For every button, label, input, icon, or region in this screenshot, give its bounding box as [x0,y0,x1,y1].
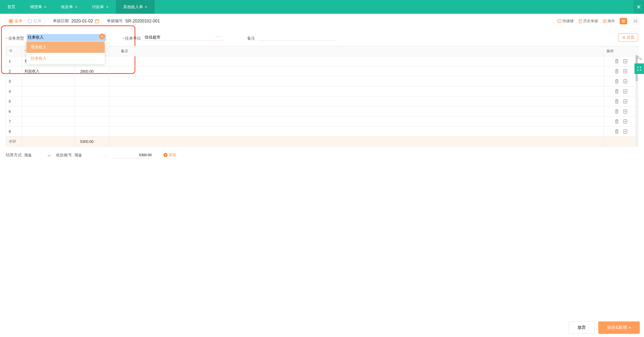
tab-other-income[interactable]: 其他收入单× [116,0,155,14]
cell-type[interactable] [22,76,75,86]
cell-type[interactable] [22,116,75,127]
cell-type[interactable]: 利息收入 [22,66,75,76]
history-icon [578,19,582,23]
cell-remark[interactable] [109,86,604,96]
add-row-icon[interactable] [623,109,628,114]
svg-rect-14 [605,20,606,21]
close-icon[interactable]: × [75,5,77,9]
shortcut-link[interactable]: 快捷键 [557,19,574,24]
table-row[interactable]: 2 利息收入 2800.00 [6,66,638,76]
dropdown-option-dealings[interactable]: 往来收入 [26,53,105,64]
table-row[interactable]: 3 [6,76,638,86]
view-grid-button[interactable] [632,18,639,24]
expand-button[interactable] [634,63,644,74]
settings-button[interactable]: 设置 [618,33,638,42]
table-row[interactable]: 4 [6,86,638,96]
cell-amount[interactable]: 2800.00 [75,66,109,76]
add-row-icon[interactable] [623,79,628,84]
cell-ops [604,96,638,106]
calendar-icon[interactable] [95,19,99,24]
cell-amount[interactable] [75,127,109,137]
add-row-icon[interactable] [623,89,628,94]
tab-sales[interactable]: 销货单× [23,0,54,14]
svg-rect-23 [636,21,637,22]
ellipsis-icon[interactable]: ··· [216,34,222,39]
trash-icon[interactable] [614,79,619,84]
svg-point-24 [623,37,625,38]
svg-rect-0 [95,20,99,23]
cell-type[interactable] [22,86,75,96]
trash-icon[interactable] [614,59,619,64]
cell-remark[interactable] [109,127,604,137]
blue-bill-radio[interactable]: 蓝单 [9,18,22,24]
cell-remark[interactable] [109,66,604,76]
settle-method-field: 结算方式 现金 [6,153,51,158]
cell-type[interactable] [22,127,75,137]
cell-type[interactable] [22,106,75,116]
close-icon[interactable]: × [44,5,46,9]
add-row-icon[interactable] [623,59,628,64]
add-row-icon[interactable] [623,129,628,134]
cell-type[interactable] [22,96,75,106]
trash-icon[interactable] [614,69,619,74]
chevron-down-icon[interactable] [48,153,51,158]
trash-icon[interactable] [614,109,619,114]
plus-icon: + [163,153,168,157]
dropdown-option-cash[interactable]: 现金收入 [26,41,105,53]
trash-icon[interactable] [614,89,619,94]
view-list-button[interactable] [620,18,627,24]
svg-point-5 [558,20,559,21]
tab-payment[interactable]: 付款单× [85,0,116,14]
cell-amount[interactable] [75,116,109,127]
close-icon[interactable]: × [145,5,147,9]
cell-amount[interactable] [75,76,109,86]
cell-remark[interactable] [109,106,604,116]
table-row[interactable]: 5 [6,96,638,106]
cell-amount[interactable] [75,86,109,96]
table-row[interactable]: 6 [6,106,638,116]
ellipsis-icon[interactable]: ··· [103,153,108,158]
trash-icon[interactable] [614,99,619,104]
cell-remark[interactable] [109,96,604,106]
header-gear[interactable] [6,46,22,56]
biz-type-input[interactable] [27,34,106,41]
svg-rect-20 [634,20,635,21]
number-label: 单据编号 [107,18,123,24]
svg-rect-21 [636,20,637,21]
bill-color-toggle: 蓝单 红单 [5,17,45,25]
toolbar: 蓝单 红单 单据日期 2020-01-02 单据编号 SR-20200102-0… [3,14,641,29]
cell-remark[interactable] [109,76,604,86]
date-value[interactable]: 2020-01-02 [71,19,93,24]
trash-icon[interactable] [614,129,619,134]
cell-amount[interactable] [75,106,109,116]
tab-home[interactable]: 首页 [0,0,23,14]
cell-ops [604,116,638,127]
required-star: * [6,37,7,41]
row-index: 1 [6,56,22,66]
cell-amount[interactable] [75,96,109,106]
remark-input[interactable] [258,34,337,41]
close-icon[interactable]: × [106,5,108,9]
attachment-button[interactable] [634,53,644,63]
close-panel-button[interactable] [633,0,644,14]
history-link[interactable]: 历史单据 [578,19,598,24]
payment-amount-input[interactable] [113,152,153,158]
operation-link[interactable]: 操作 [603,19,615,24]
cell-remark[interactable] [109,116,604,127]
add-payment-button[interactable]: + 添加 [163,153,176,157]
add-row-icon[interactable] [623,69,628,74]
tab-receipt[interactable]: 收款单× [54,0,85,14]
payment-row: 结算方式 现金 收款账号 现金 ··· + 添加 [3,147,641,163]
table-row[interactable]: 8 [6,127,638,137]
table-row[interactable]: 7 [6,116,638,127]
add-row-icon[interactable] [623,119,628,124]
trash-icon[interactable] [614,119,619,124]
party-input[interactable] [144,34,223,41]
add-row-icon[interactable] [623,99,628,104]
remark-field: 备注 [247,34,337,41]
expand-icon [637,67,641,71]
cell-remark[interactable] [109,56,604,66]
red-bill-radio[interactable]: 红单 [28,18,42,24]
close-icon [637,5,641,9]
number-value: SR-20200102-001 [125,19,160,24]
